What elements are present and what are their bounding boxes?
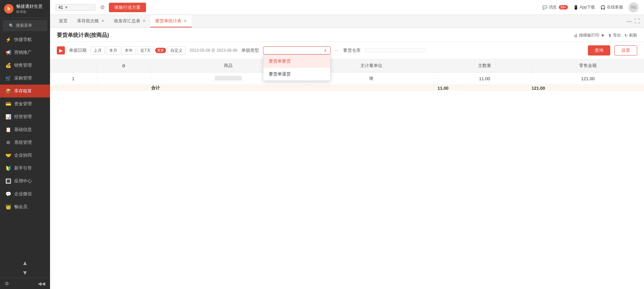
sidebar-item-enterprise[interactable]: 🤝 企业协同	[0, 149, 50, 162]
dropdown-item-order-goods[interactable]: 要货单要货	[263, 55, 330, 68]
date-btn-last-month[interactable]: 上月	[91, 46, 105, 55]
tab-receive-summary[interactable]: 收发存汇总表 ✕	[109, 15, 150, 27]
query-btn[interactable]: 查询	[588, 45, 610, 55]
app-download-btn[interactable]: 📱 App下载	[573, 4, 595, 10]
wechat-icon: 💬	[5, 191, 11, 197]
sidebar-nav: ⚡ 快捷导航 📢 营销推广 💰 销售管理 🛒 采购管理 📦 库存核算 💳 资金管…	[0, 33, 50, 258]
tab-close-order-summary[interactable]: ✕	[184, 19, 187, 23]
user-name: Rit	[631, 5, 636, 10]
date-btn-7days[interactable]: 近7天	[137, 46, 154, 55]
date-more-badge[interactable]: 更多	[155, 48, 166, 53]
summary-label: 合计	[151, 85, 305, 91]
refresh-btn[interactable]: ↻ 刷新	[624, 32, 637, 38]
inventory-icon: 📦	[5, 88, 11, 94]
sidebar-item-operation[interactable]: 📊 经营管理	[0, 110, 50, 123]
date-filter-label: 单据日期	[69, 47, 87, 53]
member-icon: 👑	[5, 204, 11, 209]
sidebar-item-basic[interactable]: 📋 基础信息	[0, 123, 50, 136]
tab-close-inventory-batch[interactable]: ✕	[101, 19, 104, 23]
tab-close-receive-summary[interactable]: ✕	[142, 19, 146, 23]
sidebar-collapse-btn[interactable]: ◀◀	[38, 281, 45, 286]
sidebar-item-sales[interactable]: 💰 销售管理	[0, 59, 50, 72]
summary-empty-1	[50, 85, 97, 91]
sidebar-item-wechat[interactable]: 💬 企业微信	[0, 187, 50, 200]
sidebar-settings-btn[interactable]: ⚙	[5, 281, 9, 286]
app-version: 标准版	[16, 9, 43, 14]
sidebar-item-label: 畅会员	[14, 204, 27, 210]
basic-icon: 📋	[5, 127, 11, 132]
sidebar-item-label: 资金管理	[14, 101, 32, 107]
sidebar-search-label: 搜索菜单	[16, 23, 32, 28]
sidebar-item-label: 基础信息	[14, 127, 32, 133]
sidebar-logo: b 畅捷通好生意 标准版	[0, 0, 50, 18]
date-btn-this-month[interactable]: 本月	[106, 46, 120, 55]
messages-btn[interactable]: 💬 消息 99+	[542, 4, 568, 10]
tab-inventory-batch[interactable]: 库存批次账 ✕	[72, 15, 109, 27]
tab-order-summary-label: 要货单统计表	[155, 18, 182, 24]
print-template-btn[interactable]: 🖨 按模板打印 ▼	[574, 32, 605, 38]
type-filter-wrapper: ∧ 要货单要货 要货单退货	[263, 46, 331, 54]
sidebar-item-system[interactable]: ⚙ 系统管理	[0, 136, 50, 149]
topbar: 41 ▼ ⚙ 体验行业方案 💬 消息 99+ 📱 App下载 🎧 在线客服 Ri…	[50, 0, 644, 15]
sidebar-scroll-down[interactable]: ▼	[0, 268, 50, 278]
sidebar-item-inventory[interactable]: 📦 库存核算	[0, 85, 50, 97]
topbar-gear-icon[interactable]: ⚙	[100, 4, 105, 10]
export-icon: ⬆	[608, 33, 612, 38]
tabs-bar: 首页 库存批次账 ✕ 收发存汇总表 ✕ 要货单统计表 ✕ — ⛶	[50, 15, 644, 28]
main-area: 41 ▼ ⚙ 体验行业方案 💬 消息 99+ 📱 App下载 🎧 在线客服 Ri…	[50, 0, 644, 289]
sidebar-item-label: 系统管理	[14, 139, 32, 146]
summary-amount: 121.00	[531, 85, 644, 91]
table-header-row: ⚙ 商品 主计量单位 主数量 零售金额	[50, 59, 644, 72]
sidebar-item-label: 新手引导	[14, 165, 32, 171]
topbar-left: 41 ▼ ⚙ 体验行业方案	[55, 3, 146, 12]
refresh-icon: ↻	[624, 33, 628, 38]
sidebar-item-label: 营销推广	[14, 49, 32, 55]
summary-empty-3	[305, 85, 437, 91]
operation-icon: 📊	[5, 114, 11, 119]
filter-settings-btn[interactable]: 设置	[614, 45, 637, 55]
tab-home[interactable]: 首页	[54, 15, 72, 27]
tab-order-summary[interactable]: 要货单统计表 ✕	[150, 15, 192, 27]
purchase-icon: 🛒	[5, 75, 11, 81]
sidebar-scroll-up[interactable]: ▲	[0, 258, 50, 268]
sidebar-item-purchase[interactable]: 🛒 采购管理	[0, 72, 50, 85]
sidebar-search[interactable]: 🔍 搜索菜单	[3, 20, 47, 31]
service-btn[interactable]: 🎧 在线客服	[600, 4, 623, 10]
filter-more-btn[interactable]: ···	[335, 47, 339, 53]
sidebar-item-label: 采购管理	[14, 75, 32, 81]
export-btn[interactable]: ⬆ 导出	[608, 32, 621, 38]
th-amount: 零售金额	[531, 59, 644, 72]
sidebar-item-label: 应用中心	[14, 178, 32, 184]
sidebar-item-label: 企业微信	[14, 191, 32, 197]
type-filter-select[interactable]: ∧	[263, 46, 331, 54]
trial-btn[interactable]: 体验行业方案	[109, 3, 146, 12]
filter-row: ▶ 单据日期 上月 本月 本年 近7天 更多 自定义 2023-05-06 至 …	[50, 42, 644, 59]
user-avatar[interactable]: Rit	[628, 2, 639, 13]
headset-icon: 🎧	[600, 5, 605, 10]
date-btn-this-year[interactable]: 本年	[122, 46, 136, 55]
table-row: 1 块 11.00 121.00	[50, 72, 644, 85]
sidebar-bottom: ⚙ ◀◀	[0, 278, 50, 289]
date-btn-custom[interactable]: 自定义	[167, 46, 186, 55]
sidebar-item-quick-nav[interactable]: ⚡ 快捷导航	[0, 33, 50, 46]
tab-expand-icon[interactable]: ⛶	[635, 18, 640, 24]
sidebar-item-member[interactable]: 👑 畅会员	[0, 200, 50, 213]
sidebar-item-label: 企业协同	[14, 152, 32, 158]
sidebar-item-guide[interactable]: 🔰 新手引导	[0, 162, 50, 175]
sidebar-logo-text: 畅捷通好生意 标准版	[16, 3, 43, 14]
type-dropdown: 要货单要货 要货单退货	[263, 54, 331, 81]
tab-minimize-icon[interactable]: —	[626, 18, 632, 24]
system-icon: ⚙	[5, 140, 11, 145]
th-gear[interactable]: ⚙	[97, 59, 151, 72]
sidebar-item-finance[interactable]: 💳 资金管理	[0, 97, 50, 110]
dropdown-item-order-return[interactable]: 要货单退货	[263, 68, 330, 81]
cell-gear	[97, 72, 151, 85]
topbar-selector[interactable]: 41 ▼	[55, 4, 96, 11]
filter-expand-btn[interactable]: ▶	[57, 46, 65, 54]
warehouse-filter-select[interactable]	[365, 49, 426, 52]
sidebar-item-appstore[interactable]: 🔳 应用中心	[0, 175, 50, 187]
chevron-down-icon: ▼	[64, 5, 68, 10]
sidebar-item-marketing[interactable]: 📢 营销推广	[0, 46, 50, 59]
print-arrow-icon: ▼	[601, 33, 605, 38]
warehouse-filter-label: 要货仓库	[343, 47, 361, 53]
